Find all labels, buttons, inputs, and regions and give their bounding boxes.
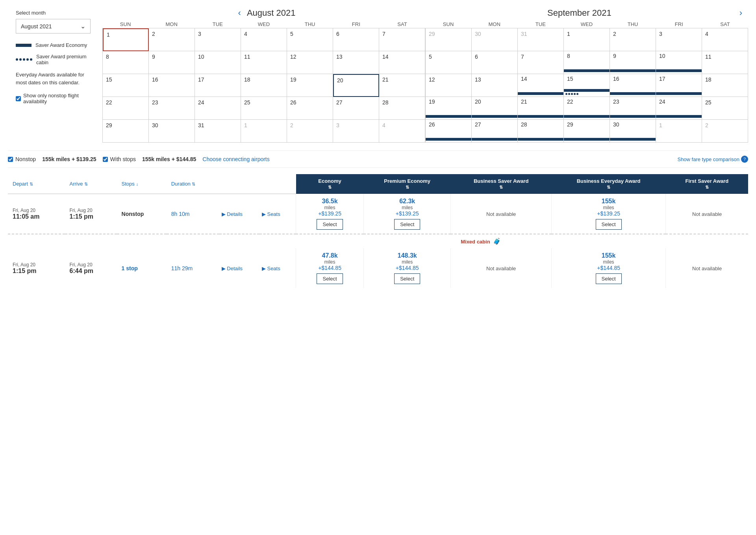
- row1-seats[interactable]: ▶ Seats: [259, 194, 296, 234]
- col-stops[interactable]: Stops ↓: [117, 174, 167, 194]
- cal-cell[interactable]: 16: [610, 74, 656, 97]
- cal-cell[interactable]: 31: [518, 28, 564, 51]
- cal-cell[interactable]: 21: [379, 74, 425, 97]
- cal-cell[interactable]: 23: [610, 97, 656, 120]
- cal-cell[interactable]: 8: [564, 51, 610, 74]
- row1-premium-select-btn[interactable]: Select: [394, 219, 420, 230]
- cal-cell[interactable]: 13: [333, 51, 379, 74]
- cal-cell[interactable]: 16: [149, 74, 195, 97]
- cal-cell[interactable]: 5: [287, 28, 333, 51]
- prev-month-button[interactable]: ‹: [232, 8, 247, 18]
- row1-biz-everyday-select-btn[interactable]: Select: [596, 219, 622, 230]
- cal-cell[interactable]: 11: [241, 51, 287, 74]
- with-stops-checkbox[interactable]: [103, 157, 108, 162]
- cal-cell[interactable]: 4: [379, 120, 425, 143]
- cal-cell[interactable]: 19: [287, 74, 333, 97]
- row1-details[interactable]: ▶ Details: [219, 194, 259, 234]
- cal-cell[interactable]: 9: [149, 51, 195, 74]
- cal-cell[interactable]: 27: [333, 97, 379, 120]
- cal-cell[interactable]: 12: [426, 74, 472, 97]
- cal-cell[interactable]: 3: [656, 28, 702, 51]
- cal-cell[interactable]: 15: [564, 74, 610, 97]
- nonstop-filter-checkbox[interactable]: [8, 157, 13, 162]
- with-stops-filter-label[interactable]: With stops: [103, 156, 136, 162]
- cal-cell[interactable]: 3: [195, 28, 241, 51]
- cal-cell[interactable]: 2: [287, 120, 333, 143]
- cal-cell[interactable]: 17: [656, 74, 702, 97]
- cal-cell[interactable]: 27: [472, 120, 518, 143]
- cal-cell[interactable]: 14: [518, 74, 564, 97]
- cal-cell[interactable]: 21: [518, 97, 564, 120]
- cal-cell[interactable]: 20: [472, 97, 518, 120]
- cal-cell[interactable]: 10: [195, 51, 241, 74]
- cal-cell[interactable]: 19: [426, 97, 472, 120]
- cal-cell[interactable]: 2: [610, 28, 656, 51]
- row2-premium-select-btn[interactable]: Select: [394, 273, 420, 284]
- cal-cell[interactable]: 6: [333, 28, 379, 51]
- cal-cell[interactable]: 29: [103, 120, 149, 143]
- cal-cell[interactable]: 12: [287, 51, 333, 74]
- cal-cell[interactable]: 26: [287, 97, 333, 120]
- cal-cell[interactable]: 28: [379, 97, 425, 120]
- cal-cell[interactable]: 18: [702, 74, 748, 97]
- cal-cell[interactable]: 23: [149, 97, 195, 120]
- cal-cell[interactable]: 13: [472, 74, 518, 97]
- col-business-saver[interactable]: Business Saver Award ⇅: [451, 174, 551, 194]
- col-first-saver[interactable]: First Saver Award ⇅: [666, 174, 748, 194]
- row2-details-link[interactable]: ▶ Details: [222, 266, 243, 271]
- cal-cell-selected[interactable]: 20: [333, 74, 379, 97]
- cal-cell[interactable]: 4: [702, 28, 748, 51]
- col-economy[interactable]: Economy ⇅: [296, 174, 364, 194]
- cal-cell[interactable]: 2: [149, 28, 195, 51]
- row1-details-link[interactable]: ▶ Details: [222, 211, 243, 217]
- cal-cell[interactable]: 2: [702, 120, 748, 143]
- month-dropdown[interactable]: August 2021 ⌄: [16, 19, 91, 33]
- cal-cell[interactable]: 1: [564, 28, 610, 51]
- row1-seats-link[interactable]: ▶ Seats: [262, 211, 280, 217]
- col-premium-economy[interactable]: Premium Economy ⇅: [363, 174, 451, 194]
- cal-cell[interactable]: 31: [195, 120, 241, 143]
- cal-cell[interactable]: 24: [656, 97, 702, 120]
- cal-cell[interactable]: 3: [333, 120, 379, 143]
- col-depart[interactable]: Depart ⇅: [8, 174, 65, 194]
- cal-cell[interactable]: 9: [610, 51, 656, 74]
- row1-economy-select-btn[interactable]: Select: [317, 219, 343, 230]
- cal-cell[interactable]: 5: [426, 51, 472, 74]
- cal-cell[interactable]: 17: [195, 74, 241, 97]
- cal-cell[interactable]: 26: [426, 120, 472, 143]
- cal-cell[interactable]: 1: [241, 120, 287, 143]
- nonstop-filter-label[interactable]: Nonstop: [8, 156, 36, 162]
- fare-compare-link[interactable]: Show fare type comparison: [677, 156, 739, 162]
- cal-cell[interactable]: 30: [149, 120, 195, 143]
- row2-details[interactable]: ▶ Details: [219, 248, 259, 288]
- row2-economy-select-btn[interactable]: Select: [317, 273, 343, 284]
- cal-cell[interactable]: 30: [610, 120, 656, 143]
- row2-seats-link[interactable]: ▶ Seats: [262, 266, 280, 271]
- cal-cell[interactable]: 25: [702, 97, 748, 120]
- col-arrive[interactable]: Arrive ⇅: [65, 174, 117, 194]
- cal-cell[interactable]: 22: [103, 97, 149, 120]
- cal-cell[interactable]: 1: [656, 120, 702, 143]
- nonstop-checkbox[interactable]: [16, 96, 21, 101]
- next-month-button[interactable]: ›: [734, 8, 748, 18]
- cal-cell[interactable]: 25: [241, 97, 287, 120]
- cal-cell[interactable]: 14: [379, 51, 425, 74]
- cal-cell[interactable]: 8: [103, 51, 149, 74]
- row2-seats[interactable]: ▶ Seats: [259, 248, 296, 288]
- cal-cell[interactable]: 24: [195, 97, 241, 120]
- col-business-everyday[interactable]: Business Everyday Award ⇅: [551, 174, 665, 194]
- cal-cell[interactable]: 6: [472, 51, 518, 74]
- cal-cell[interactable]: 1: [103, 28, 149, 51]
- cal-cell[interactable]: 4: [241, 28, 287, 51]
- cal-cell[interactable]: 18: [241, 74, 287, 97]
- cal-cell[interactable]: 28: [518, 120, 564, 143]
- cal-cell[interactable]: 7: [379, 28, 425, 51]
- row2-biz-everyday-select-btn[interactable]: Select: [596, 273, 622, 284]
- cal-cell[interactable]: 29: [564, 120, 610, 143]
- cal-cell[interactable]: 7: [518, 51, 564, 74]
- cal-cell[interactable]: 11: [702, 51, 748, 74]
- choose-connecting-airports-link[interactable]: Choose connecting airports: [202, 156, 269, 162]
- cal-cell[interactable]: 22: [564, 97, 610, 120]
- col-duration[interactable]: Duration ⇅: [167, 174, 219, 194]
- cal-cell[interactable]: 15: [103, 74, 149, 97]
